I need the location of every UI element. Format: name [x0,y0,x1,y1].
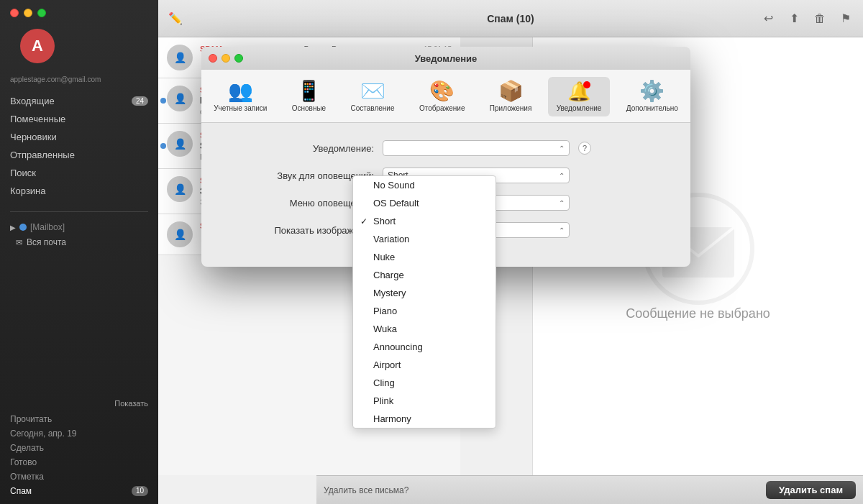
delete-all-label: Удалить все письма? [324,485,408,495]
prefs-tab-general[interactable]: 📱 Основные [283,77,334,116]
prefs-title: Уведомление [415,53,478,64]
sound-dropdown-menu: No Sound OS Default Short Variation Nuke… [352,175,496,429]
prefs-tab-general-label: Основные [292,104,326,112]
display-icon: 🎨 [429,81,455,101]
sidebar-item-drafts[interactable]: Черновики [0,128,158,146]
prefs-close-button[interactable] [209,54,217,63]
avatar: 👤 [167,86,193,111]
sidebar-traffic-lights [0,0,158,24]
general-icon: 📱 [296,81,321,101]
close-button[interactable] [10,9,19,17]
flag-icon[interactable]: ⚑ [836,9,856,29]
maximize-button[interactable] [37,9,46,17]
dropdown-item-mystery[interactable]: Mystery [353,284,496,302]
prefs-tab-accounts-label: Учетные записи [214,104,267,112]
compose-icon: ✉️ [360,81,385,101]
sidebar-item-today[interactable]: Сегодня, апр. 19 [10,426,148,441]
help-button[interactable]: ? [578,142,591,155]
upload-icon[interactable]: ⬆ [784,9,804,29]
advanced-icon: ⚙️ [639,81,665,101]
sidebar-item-trash[interactable]: Корзина [0,182,158,200]
dropdown-item-nuke[interactable]: Nuke [353,248,496,266]
dropdown-item-os-default[interactable]: OS Default [353,194,496,212]
prefs-maximize-button[interactable] [234,54,243,63]
divider [10,211,148,212]
avatar: A [20,29,55,63]
sidebar-item-search[interactable]: Поиск [0,164,158,182]
sidebar-bottom: Показать Прочитать Сегодня, апр. 19 Сдел… [0,390,158,504]
prefs-tab-accounts[interactable]: 👥 Учетные записи [205,77,275,116]
prefs-tab-advanced-label: Дополнительно [626,104,678,112]
avatar: 👤 [167,221,193,247]
unread-indicator [160,98,166,104]
reply-icon[interactable]: ↩ [758,9,778,29]
prefs-tab-notifications[interactable]: 🔔 Уведомление [548,77,611,116]
mail-title: Спам (10) [487,13,534,24]
dropdown-item-wuka[interactable]: Wuka [353,320,496,338]
dropdown-item-airport[interactable]: Airport [353,356,496,374]
accounts-icon: 👥 [228,81,253,101]
mail-bottom-bar: Удалить все письма? Удалить спам [316,475,863,504]
prefs-tab-compose-label: Составление [351,104,395,112]
toolbar-icons: ↩ ⬆ 🗑 ⚑ [758,9,856,29]
mailbox-group[interactable]: ▶ [Mailbox] [0,219,158,235]
dropdown-item-short[interactable]: Short [353,212,496,230]
dropdown-item-plink[interactable]: Plink [353,392,496,410]
prefs-minimize-button[interactable] [222,54,230,63]
account-email: applestage.com@gmail.com [0,75,158,92]
dropdown-item-no-sound[interactable]: No Sound [353,176,496,194]
show-button[interactable]: Показать [114,399,148,411]
sidebar: A applestage.com@gmail.com Входящие 24 П… [0,0,158,504]
delete-spam-button[interactable]: Удалить спам [766,481,856,499]
notification-label: Уведомление: [230,143,374,154]
mail-toolbar: ✏️ Спам (10) ↩ ⬆ 🗑 ⚑ [158,0,863,37]
prefs-toolbar: 👥 Учетные записи 📱 Основные ✉️ Составлен… [201,70,690,123]
apps-icon: 📦 [498,81,524,101]
sidebar-item-read[interactable]: Прочитать [10,412,148,426]
sidebar-item-all-mail[interactable]: ✉ Вся почта [0,235,158,249]
unread-indicator [160,143,166,149]
prefs-tab-apps-label: Приложения [490,104,532,112]
sidebar-item-sent[interactable]: Отправленные [0,146,158,164]
sidebar-item-done[interactable]: Готово [10,455,148,469]
prefs-tab-advanced[interactable]: ⚙️ Дополнительно [618,77,687,116]
sidebar-item-inbox[interactable]: Входящие 24 [0,92,158,110]
sidebar-nav: Входящие 24 Помеченные Черновики Отправл… [0,92,158,207]
sidebar-item-spam[interactable]: Спам 10 [10,484,148,498]
notification-select[interactable]: ⌃ [383,140,570,156]
dropdown-item-piano[interactable]: Piano [353,302,496,320]
prefs-tab-display[interactable]: 🎨 Отображение [411,77,474,116]
message-empty-text: Сообщение не выбрано [626,306,770,321]
dropdown-item-harmony[interactable]: Harmony [353,410,496,428]
compose-button[interactable]: ✏️ [165,9,186,29]
prefs-tab-display-label: Отображение [419,104,465,112]
avatar: 👤 [167,176,193,202]
dropdown-item-variation[interactable]: Variation [353,230,496,248]
prefs-titlebar: Уведомление [201,47,690,70]
dropdown-item-announcing[interactable]: Announcing [353,338,496,356]
dropdown-item-cling[interactable]: Cling [353,374,496,392]
prefs-traffic-lights [209,54,243,63]
prefs-tab-apps[interactable]: 📦 Приложения [481,77,541,116]
prefs-tab-notifications-label: Уведомление [557,104,602,112]
trash-icon[interactable]: 🗑 [810,9,830,29]
minimize-button[interactable] [24,9,32,17]
sidebar-item-flagged[interactable]: Помеченные [0,110,158,128]
prefs-tab-compose[interactable]: ✉️ Составление [342,77,403,116]
notification-icon: 🔔 [567,81,590,101]
avatar: 👤 [167,45,193,70]
mailboxes: ▶ [Mailbox] ✉ Вся почта [0,216,158,252]
prefs-row-notification: Уведомление: ⌃ ? [230,140,662,156]
dropdown-item-charge[interactable]: Charge [353,266,496,284]
sidebar-item-mark[interactable]: Отметка [10,469,148,484]
avatar: 👤 [167,131,193,157]
sidebar-item-todo[interactable]: Сделать [10,441,148,455]
